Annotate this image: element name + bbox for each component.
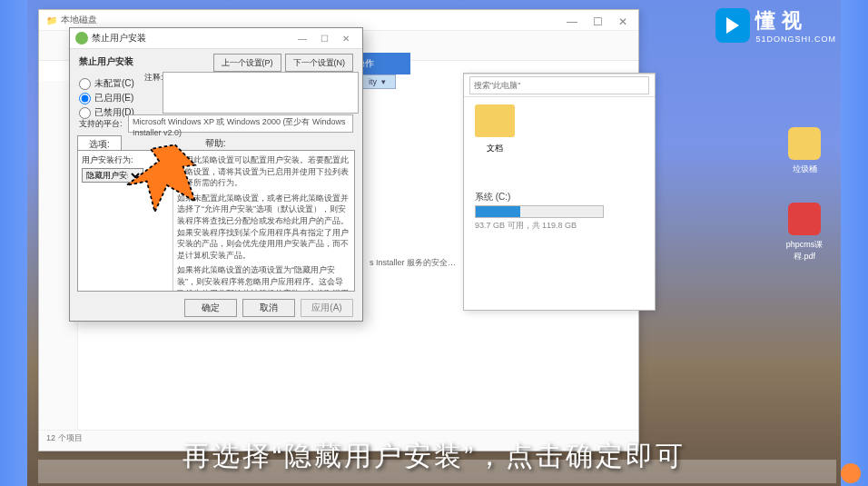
help-paragraph: 如果未配置此策略设置，或者已将此策略设置并选择了“允许用户安装”选项（默认设置）… <box>177 193 350 262</box>
frame-left <box>0 0 27 486</box>
window-title: 本地磁盘 <box>61 14 97 26</box>
dialog-titlebar[interactable]: 禁止用户安装 — ☐ ✕ <box>70 28 362 49</box>
comment-input[interactable] <box>163 72 359 114</box>
desktop-icons: 垃圾桶 phpcms课程.pdf <box>782 127 827 263</box>
ribbon-dropdown[interactable]: ity ▾ <box>359 74 396 89</box>
desktop-icon-pdf[interactable]: phpcms课程.pdf <box>782 203 827 263</box>
prev-setting-button[interactable]: 上一个设置(P) <box>213 54 281 72</box>
logo-site: 51DONGSHI.COM <box>755 35 836 44</box>
minimize-button[interactable]: — <box>291 31 313 45</box>
pdf-icon <box>788 203 821 235</box>
policy-dialog: 禁止用户安装 — ☐ ✕ 上一个设置(P) 下一个设置(N) 禁止用户安装 未配… <box>69 27 363 322</box>
cancel-button[interactable]: 取消 <box>242 299 295 317</box>
folder-icon <box>475 104 515 137</box>
apply-button[interactable]: 应用(A) <box>301 299 353 317</box>
platform-row: 支持的平台: Microsoft Windows XP 或 Windows 20… <box>79 114 353 133</box>
dialog-nav: 上一个设置(P) 下一个设置(N) <box>213 54 354 72</box>
window-buttons: — ☐ ✕ <box>559 13 636 31</box>
disk-usage-bar <box>475 205 604 218</box>
installer-note: s Installer 服务的安全… <box>368 256 458 270</box>
platform-value: Microsoft Windows XP 或 Windows 2000 (至少有… <box>128 114 353 133</box>
comment-label: 注释: <box>144 72 163 84</box>
help-pane: 使用此策略设置可以配置用户安装。若要配置此策略设置，请将其设置为已启用并使用下拉… <box>173 151 354 291</box>
app-icon: 📁 <box>46 15 57 25</box>
folder-item[interactable]: 文档 <box>475 104 515 154</box>
maximize-button[interactable]: ☐ <box>313 31 335 45</box>
address-bar[interactable] <box>464 74 655 97</box>
disk-item[interactable]: 系统 (C:) 93.7 GB 可用，共 119.8 GB <box>475 191 644 232</box>
icon-label: phpcms课程.pdf <box>786 240 824 261</box>
option-label: 用户安装行为: <box>82 154 169 166</box>
help-paragraph: 使用此策略设置可以配置用户安装。若要配置此策略设置，请将其设置为已启用并使用下拉… <box>177 154 350 189</box>
disk-label: 系统 (C:) <box>475 191 644 203</box>
dialog-content: 用户安装行为: 隐藏用户安装 使用此策略设置可以配置用户安装。若要配置此策略设置… <box>77 150 355 292</box>
comment-area <box>163 72 353 115</box>
logo-text: 懂 视 <box>755 7 836 35</box>
explorer-window-pc[interactable]: 文档 系统 (C:) 93.7 GB 可用，共 119.8 GB <box>463 73 656 311</box>
options-pane: 用户安装行为: 隐藏用户安装 <box>78 151 173 291</box>
maximize-button[interactable]: ☐ <box>585 13 610 31</box>
dialog-footer: 确定 取消 应用(A) <box>70 295 362 321</box>
user-install-behavior-select[interactable]: 隐藏用户安装 <box>82 168 143 183</box>
policy-name: 禁止用户安装 <box>79 55 133 68</box>
dialog-icon <box>75 32 88 45</box>
close-button[interactable]: ✕ <box>610 13 636 31</box>
folder-label: 文档 <box>475 143 515 154</box>
platform-label: 支持的平台: <box>79 118 123 130</box>
frame-right <box>841 0 868 486</box>
disk-free-text: 93.7 GB 可用，共 119.8 GB <box>475 220 644 232</box>
next-setting-button[interactable]: 下一个设置(N) <box>285 54 354 72</box>
video-subtitle: 再选择“隐藏用户安装”，点击确定即可 <box>0 438 868 475</box>
folder-icon <box>788 127 821 160</box>
dialog-title: 禁止用户安装 <box>92 32 146 45</box>
close-button[interactable]: ✕ <box>335 31 357 45</box>
search-input[interactable] <box>469 76 649 94</box>
explorer-content[interactable]: 文档 系统 (C:) 93.7 GB 可用，共 119.8 GB <box>464 97 655 239</box>
play-icon <box>715 8 750 43</box>
minimize-button[interactable]: — <box>559 13 585 31</box>
radio-not-configured[interactable]: 未配置(C) <box>79 77 134 90</box>
icon-label: 垃圾桶 <box>793 164 817 174</box>
dialog-window-buttons: — ☐ ✕ <box>291 31 357 45</box>
ok-button[interactable]: 确定 <box>184 299 237 317</box>
help-paragraph: 如果将此策略设置的选项设置为“隐藏用户安装”，则安装程序将忽略用户应用程序。这会… <box>177 264 350 291</box>
desktop-icon-trash[interactable]: 垃圾桶 <box>782 127 827 175</box>
radio-enabled[interactable]: 已启用(E) <box>79 92 134 104</box>
watermark-logo: 懂 视 51DONGSHI.COM <box>715 7 836 44</box>
